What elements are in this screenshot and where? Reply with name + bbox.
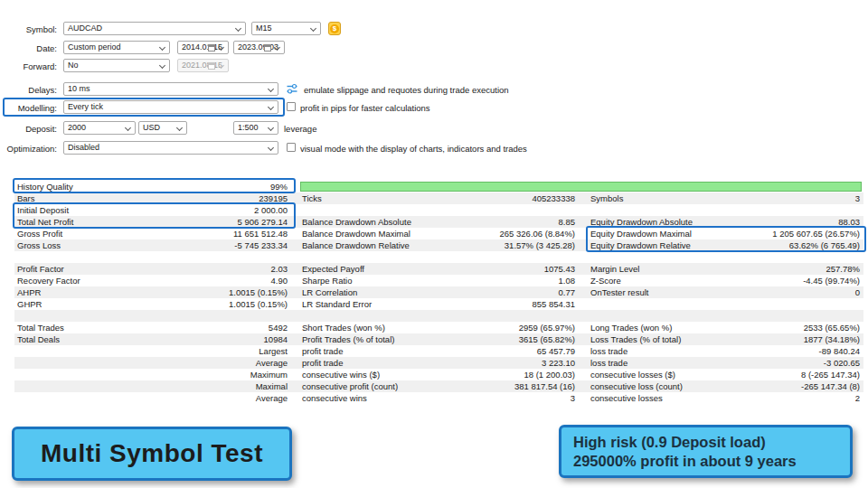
stat-value: Maximal [150, 380, 289, 392]
stat-value: 8 (-265 147.34) [733, 369, 862, 380]
stat-label: Symbols [589, 192, 733, 204]
strategy-tester-window: Symbol: AUDCAD M15 $ Date: Custom period… [0, 0, 868, 488]
stat-value: 1 205 607.65 (26.57%) [733, 228, 862, 239]
stat-value: 1.0015 (0.15%) [150, 286, 289, 298]
stat-value: 2 000.00 [150, 204, 289, 216]
history-quality-bar-track [300, 181, 863, 192]
stat-label [589, 310, 733, 322]
date-label: Date: [0, 43, 57, 53]
stat-label [14, 251, 150, 263]
stat-label [589, 204, 733, 216]
stat-value [150, 310, 289, 322]
callout-right-line2: 295000% profit in about 9 years [561, 452, 850, 471]
stat-label: Gross Profit [14, 228, 150, 239]
stat-label: profit trade [300, 357, 454, 369]
stat-value: 1.0015 (0.15%) [150, 298, 289, 310]
callout-high-risk: High risk (0.9 Deposit load) 295000% pro… [559, 425, 853, 478]
stat-value: 2959 (65.97%) [454, 322, 577, 333]
stat-value [733, 310, 862, 322]
stat-value [733, 204, 862, 216]
stat-value [454, 204, 577, 216]
stat-label [14, 345, 150, 357]
visual-mode-checkbox[interactable] [287, 143, 296, 152]
deposit-currency-select[interactable]: USD [138, 121, 187, 135]
stat-value: 99% [150, 181, 289, 192]
delays-value: 10 ms [68, 84, 90, 93]
callout-left-text: Multi Symbol Test [41, 439, 263, 468]
stat-label: Recovery Factor [14, 275, 150, 286]
stat-value [150, 251, 289, 263]
stat-label: Bars [14, 192, 150, 204]
stat-label: LR Standard Error [300, 298, 454, 310]
optimization-select[interactable]: Disabled [63, 141, 278, 155]
stat-value: 257.78% [733, 263, 862, 275]
stat-value: 1877 (34.18%) [733, 333, 862, 345]
stat-value: 4.90 [150, 275, 289, 286]
stats-row: Profit Factor2.03Expected Payoff1075.43M… [14, 263, 863, 275]
optimization-label: Optimization: [0, 144, 57, 154]
stat-value [733, 298, 862, 310]
chevron-down-icon [268, 86, 274, 92]
timeframe-select[interactable]: M15 [251, 22, 321, 35]
calendar-icon [264, 44, 271, 52]
stat-label: consecutive losses ($) [589, 369, 733, 380]
deposit-amount-select[interactable]: 2000 [63, 121, 136, 135]
stat-label: OnTester result [589, 286, 733, 298]
delays-label: Delays: [0, 85, 57, 95]
stats-row: Initial Deposit2 000.00 [14, 204, 863, 216]
date-to-picker[interactable]: 2023.09.03 [233, 41, 285, 54]
stat-label: consecutive wins [300, 392, 454, 404]
stat-label: Expected Payoff [300, 263, 454, 275]
stats-row: AHPR1.0015 (0.15%)LR Correlation0.77OnTe… [14, 286, 863, 298]
chevron-down-icon [125, 125, 131, 131]
calendar-icon [208, 62, 215, 70]
date-to-value: 2023.09.03 [238, 42, 278, 52]
deposit-amount-value: 2000 [68, 123, 86, 132]
stat-label [300, 204, 454, 216]
stat-label [14, 310, 150, 322]
history-quality-bar [300, 182, 862, 192]
visual-mode-label: visual mode with the display of charts, … [300, 144, 527, 154]
chevron-down-icon [176, 125, 183, 131]
stat-label: LR Correlation [300, 286, 454, 298]
stat-label: consecutive profit (count) [300, 380, 454, 392]
profit-in-pips-checkbox[interactable] [287, 102, 296, 111]
stats-row: Averageconsecutive wins3consecutive loss… [14, 392, 863, 404]
stat-value: -89 840.24 [733, 345, 862, 357]
chevron-down-icon [235, 25, 241, 32]
leverage-value: 1:500 [238, 123, 259, 132]
stats-row: Recovery Factor4.90Sharpe Ratio1.08Z-Sco… [14, 275, 863, 286]
deposit-currency-value: USD [143, 123, 160, 132]
stats-row [14, 251, 863, 263]
modelling-select[interactable]: Every tick [63, 100, 278, 114]
stat-label [14, 369, 150, 380]
stat-label: Balance Drawdown Relative [300, 239, 454, 251]
stats-row: GHPR1.0015 (0.15%)LR Standard Error855 8… [14, 298, 863, 310]
dollar-glyph: $ [330, 24, 339, 33]
deposit-label: Deposit: [0, 124, 57, 134]
stat-value: Maximum [150, 369, 289, 380]
symbol-select[interactable]: AUDCAD [63, 22, 246, 35]
stat-value: 3 [454, 392, 577, 404]
delays-note: emulate slippage and requotes during tra… [304, 85, 509, 95]
custom-delay-settings-icon[interactable] [286, 82, 298, 95]
profit-in-pips-label: profit in pips for faster calculations [300, 103, 430, 113]
stat-value: 381 817.54 (16) [454, 380, 577, 392]
forward-mode-select[interactable]: No [63, 59, 170, 72]
date-mode-value: Custom period [68, 42, 121, 52]
delays-select[interactable]: 10 ms [63, 82, 278, 96]
stat-value: 5 906 279.14 [150, 216, 289, 228]
deposit-currency-icon[interactable]: $ [328, 22, 341, 35]
date-mode-select[interactable]: Custom period [63, 41, 170, 54]
stats-row: Maximalconsecutive profit (count)381 817… [14, 380, 863, 392]
stat-value: 1075.43 [454, 263, 577, 275]
stat-label: Total Trades [14, 322, 150, 333]
stat-value [454, 310, 577, 322]
stat-label [300, 251, 454, 263]
leverage-select[interactable]: 1:500 [233, 121, 278, 135]
date-from-picker[interactable]: 2014.01.15 [177, 41, 229, 54]
stat-label [14, 357, 150, 369]
stats-table: History Quality99%Bars239195Ticks4052333… [14, 181, 863, 404]
stat-label [14, 392, 150, 404]
stat-value: 3 223.10 [454, 357, 577, 369]
